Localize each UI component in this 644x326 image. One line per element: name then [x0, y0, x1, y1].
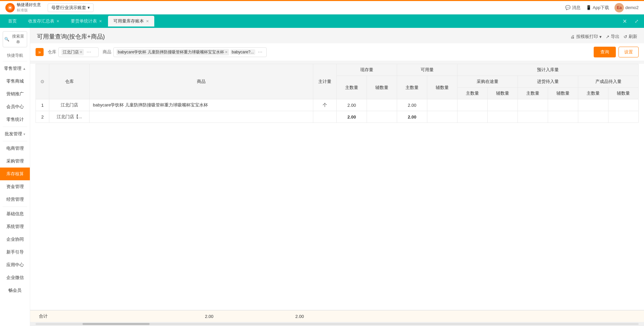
user-profile[interactable]: Ea demo2	[614, 3, 639, 12]
sidebar-item-marketing[interactable]: 营销推广	[0, 88, 30, 100]
product-tag-1-text: babycare学饮杯 儿童防摔防撞吸管杯重力球吸嘴杯宝宝水杯	[118, 49, 224, 55]
row2-avail-main: 2.00	[397, 111, 427, 123]
tab-available-stock-close[interactable]: ✕	[146, 19, 149, 24]
tab-available-stock[interactable]: 可用量库存账本 ✕	[108, 16, 154, 27]
sidebar-item-retail-mgmt-label: 零售管理	[4, 65, 21, 72]
tab-receive-send-label: 收发存汇总表	[28, 18, 54, 24]
nav-close-button[interactable]: ✕	[620, 16, 629, 26]
phone-icon: 📱	[586, 5, 591, 10]
sidebar-item-ecommerce[interactable]: 电商管理	[0, 142, 30, 155]
sidebar-item-retail-mgmt[interactable]: 零售管理 ▲	[0, 62, 30, 75]
warehouse-more[interactable]: ···	[85, 49, 92, 55]
filter-bar: » 仓库 江北门店 ✕ ··· 商品 babycare学饮杯 儿童防摔防撞吸管杯…	[30, 43, 644, 61]
chevron-icon: ▲	[23, 67, 26, 71]
row2-arrived-main	[518, 111, 548, 123]
footer-values: 2.00 2.00	[51, 314, 639, 319]
refresh-button[interactable]: ↺ 刷新	[624, 34, 637, 40]
tab-order-stats-close[interactable]: ✕	[99, 19, 102, 24]
app-download-btn[interactable]: 📱 App下载	[586, 5, 609, 11]
footer-avail-main: 2.00	[277, 314, 322, 319]
sidebar-item-retail-stats[interactable]: 零售统计	[0, 113, 30, 126]
sidebar-item-basic-info[interactable]: 基础信息	[0, 207, 30, 220]
row2-product-main	[578, 111, 608, 123]
row2-stock-sub	[367, 111, 397, 123]
sidebar-search-button[interactable]: 🔍 搜索菜单	[3, 31, 27, 47]
warehouse-tag-remove[interactable]: ✕	[79, 50, 83, 54]
expand-icon: »	[38, 49, 41, 55]
th-product: 商品	[90, 64, 313, 99]
sidebar-search-area: 🔍 搜索菜单	[0, 28, 30, 51]
sidebar-item-retail-shop[interactable]: 零售商城	[0, 75, 30, 88]
product-more[interactable]: ···	[257, 49, 264, 55]
sidebar-item-system[interactable]: 系统管理	[0, 220, 30, 233]
footer-stock-sub	[232, 314, 277, 319]
th-purchase-main: 主数量	[458, 88, 488, 99]
scrollbar-thumb[interactable]	[83, 323, 150, 325]
tab-receive-send-close[interactable]: ✕	[56, 19, 59, 24]
print-button[interactable]: 🖨 按模板打印 ▾	[571, 34, 602, 40]
sidebar-item-ops[interactable]: 经营管理	[0, 193, 30, 206]
industry-selector-label: 母婴行业演示账套	[51, 5, 86, 11]
row1-product-sub	[608, 99, 639, 111]
product-value-box[interactable]: babycare学饮杯 儿童防摔防撞吸管杯重力球吸嘴杯宝宝水杯 ✕ babyca…	[113, 47, 267, 57]
sidebar-item-wholesale[interactable]: 批发管理 ▾	[0, 128, 30, 140]
sidebar-item-enterprise-collab[interactable]: 企业协同	[0, 233, 30, 246]
sidebar-item-inventory[interactable]: 库存核算	[0, 168, 30, 180]
row1-purchase-sub	[488, 99, 518, 111]
row2-avail-sub	[427, 111, 458, 123]
sidebar-divider-3	[3, 141, 27, 141]
filter-expand-button[interactable]: »	[36, 48, 44, 56]
export-button[interactable]: ↗ 导出	[606, 34, 620, 40]
product-tag-1-remove[interactable]: ✕	[225, 50, 228, 54]
footer-spacer-right	[367, 314, 639, 319]
sidebar-item-app-center[interactable]: 应用中心	[0, 259, 30, 271]
row1-stock-sub	[367, 99, 397, 111]
row1-arrived-main	[518, 99, 548, 111]
row1-stock-main: 2.00	[337, 99, 367, 111]
sidebar-item-vip[interactable]: 畅会员	[0, 284, 30, 297]
nav-right-controls: ✕ ⤢	[620, 16, 641, 26]
tab-receive-send[interactable]: 收发存汇总表 ✕	[23, 16, 65, 27]
row2-unit	[313, 111, 337, 123]
warehouse-value-box[interactable]: 江北门店 ✕ ···	[58, 47, 99, 57]
warehouse-tag: 江北门店 ✕	[61, 49, 84, 55]
th-arrived-wait-group: 进货待入量	[518, 76, 578, 88]
sidebar-item-enterprise-wechat[interactable]: 企业微信	[0, 271, 30, 284]
row2-warehouse: 江北门店【...	[49, 111, 90, 123]
row2-purchase-main	[458, 111, 488, 123]
page-title: 可用量查询(按仓库+商品)	[37, 33, 105, 41]
row1-product: babycare学饮杯 儿童防摔防撞吸管杯重力球吸嘴杯宝宝水杯	[90, 99, 313, 111]
settings-button[interactable]: 设置	[619, 47, 639, 57]
th-arrived-sub: 辅数量	[548, 88, 578, 99]
query-button[interactable]: 查询	[594, 47, 616, 57]
content-area: 可用量查询(按仓库+商品) 🖨 按模板打印 ▾ ↗ 导出 ↺ 刷新	[30, 28, 644, 326]
sidebar-divider-4	[3, 206, 27, 207]
sidebar-item-new-guide[interactable]: 新手引导	[0, 246, 30, 259]
th-settings: ⚙	[36, 64, 49, 99]
nav-expand-button[interactable]: ⤢	[632, 16, 641, 26]
refresh-icon: ↺	[624, 34, 627, 39]
sidebar-item-retail-stats-label: 零售统计	[6, 117, 24, 123]
row1-no: 1	[36, 99, 49, 111]
top-bar: 畅捷通好生意 标准版 母婴行业演示账套 ▾ 💬 消息 📱 App下载 Ea de…	[0, 1, 644, 14]
row2-arrived-sub	[548, 111, 578, 123]
row1-avail-main: 2.00	[397, 99, 427, 111]
refresh-label: 刷新	[629, 34, 637, 40]
sidebar-item-member[interactable]: 会员中心	[0, 100, 30, 113]
tab-home[interactable]: 首页	[3, 16, 22, 27]
tab-available-stock-label: 可用量库存账本	[113, 18, 144, 24]
app-download-label: App下载	[593, 5, 609, 11]
row1-warehouse: 江北门店	[49, 99, 90, 111]
main-table: ⚙ 仓库 商品 主计量 现存量 可用量 预计入库量 主数量 辅数量 主数量 辅数…	[36, 64, 639, 123]
messages-label: 消息	[572, 5, 581, 11]
sidebar-item-purchase[interactable]: 采购管理	[0, 155, 30, 168]
tab-order-stats[interactable]: 要货单统计表 ✕	[65, 16, 107, 27]
industry-selector[interactable]: 母婴行业演示账套 ▾	[48, 3, 94, 12]
main-layout: 🔍 搜索菜单 快捷导航 零售管理 ▲ 零售商城 营销推广 会员中心 零售统计 批…	[0, 28, 644, 326]
messages-btn[interactable]: 💬 消息	[565, 5, 581, 11]
footer-avail-sub	[322, 314, 368, 319]
settings-icon[interactable]: ⚙	[40, 79, 45, 84]
sidebar-quick-nav[interactable]: 快捷导航	[0, 51, 30, 60]
scrollbar-track[interactable]	[36, 323, 639, 325]
sidebar-item-finance[interactable]: 资金管理	[0, 180, 30, 193]
